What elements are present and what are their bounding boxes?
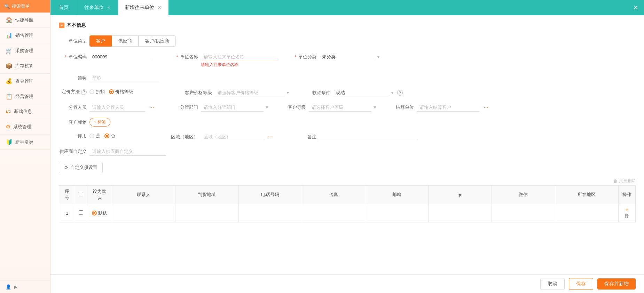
settlement-unit-input[interactable] <box>417 103 479 112</box>
close-all-tabs[interactable]: ✕ <box>633 4 638 11</box>
customer-price-select-wrapper: ▼ <box>215 89 290 97</box>
sidebar-search-label: 搜索菜单 <box>12 3 30 9</box>
row-email-input[interactable] <box>369 211 425 216</box>
sidebar-item-operations[interactable]: 📋 经营管理 <box>0 89 50 104</box>
customer-level-arrow: ▼ <box>373 105 377 110</box>
radio-discount-circle <box>89 89 94 94</box>
unit-name-row: * 单位名称 <box>170 53 282 61</box>
department-label: 分管部门 <box>170 104 198 111</box>
section-basic-info: F 基本信息 <box>59 22 636 29</box>
row-delete-btn[interactable]: 🗑 <box>624 213 630 219</box>
customer-level-field: 客户等级 ▼ <box>271 103 379 112</box>
disabled-radio-yes[interactable]: 是 <box>89 133 100 139</box>
manager-input[interactable] <box>89 103 145 112</box>
unit-category-input[interactable] <box>319 53 375 61</box>
row-address-input[interactable] <box>179 211 235 216</box>
customer-price-input[interactable] <box>215 89 284 97</box>
row-add-btn[interactable]: + <box>625 207 628 213</box>
unit-code-input[interactable] <box>89 53 152 61</box>
custom-settings-label: 自定义项设置 <box>70 164 97 171</box>
pricing-radio-price-level[interactable]: 价格等级 <box>109 89 133 95</box>
save-new-button[interactable]: 保存并新增 <box>597 278 636 290</box>
sidebar-item-sales[interactable]: 📊 销售管理 <box>0 28 50 43</box>
tab-new-partner-label: 新增往来单位 <box>125 5 154 11</box>
unit-category-label: * 单位分类 <box>289 54 316 60</box>
row-default-label: 默认 <box>98 210 107 216</box>
finance-icon: 💰 <box>6 78 13 84</box>
row-contact-input[interactable] <box>116 211 172 216</box>
supplier-custom-input[interactable] <box>89 147 166 156</box>
pricing-radio-group: 折扣 价格等级 <box>89 89 133 95</box>
unit-category-arrow: ▼ <box>376 55 380 59</box>
inventory-icon: 📦 <box>6 63 13 69</box>
row-region-input[interactable] <box>559 211 615 216</box>
unit-type-supplier-btn[interactable]: 供应商 <box>112 35 139 47</box>
cancel-button[interactable]: 取消 <box>540 278 565 290</box>
unit-type-label: 单位类型 <box>59 38 87 44</box>
sidebar: 🔍 搜索菜单 🏠 快捷导航 📊 销售管理 🛒 采购管理 📦 库存核算 💰 资金管… <box>0 0 50 293</box>
tab-new-partner[interactable]: 新增往来单位 ✕ <box>118 0 168 15</box>
sidebar-item-purchase[interactable]: 🛒 采购管理 <box>0 43 50 58</box>
pricing-radio-discount[interactable]: 折扣 <box>89 89 105 95</box>
manager-field: 分管人员 ··· <box>59 103 163 112</box>
region-input[interactable] <box>201 133 264 141</box>
region-ellipsis-btn[interactable]: ··· <box>266 134 274 140</box>
sidebar-item-inventory[interactable]: 📦 库存核算 <box>0 58 50 74</box>
tab-new-partner-close[interactable]: ✕ <box>158 5 161 10</box>
sidebar-item-finance[interactable]: 💰 资金管理 <box>0 74 50 89</box>
payment-terms-input[interactable] <box>333 89 389 97</box>
row-qq-input[interactable] <box>432 211 488 216</box>
short-name-field: 简称 <box>59 74 163 82</box>
department-input[interactable] <box>201 103 264 112</box>
basic-icon: 🗂 <box>6 108 11 115</box>
radio-yes-label: 是 <box>96 133 100 139</box>
sidebar-item-guide[interactable]: 🔰 新手引导 <box>0 135 50 150</box>
tab-partners[interactable]: 往来单位 ✕ <box>77 0 118 15</box>
unit-name-error: 请输入往来单位名称 <box>201 62 282 68</box>
contact-table: 序号 设为默认 联系人 到货地址 电话号码 传真 邮箱 qq 微信 所在地区 操… <box>59 185 636 222</box>
short-name-label: 简称 <box>59 75 87 81</box>
unit-type-field: 单位类型 客户 供应商 客户/供应商 <box>59 35 636 47</box>
form-content: F 基本信息 单位类型 客户 供应商 客户/供应商 * 单位编码 <box>50 15 644 274</box>
row-wechat-input[interactable] <box>495 211 551 216</box>
customer-level-input[interactable] <box>309 103 371 112</box>
short-name-input[interactable] <box>89 74 159 82</box>
save-button[interactable]: 保存 <box>569 278 593 290</box>
sidebar-item-basic[interactable]: 🗂 基础信息 <box>0 104 50 119</box>
unit-type-both-btn[interactable]: 客户/供应商 <box>139 35 176 47</box>
remark-field: 备注 <box>282 133 636 141</box>
table-row: 1 默认 <box>59 204 636 222</box>
sidebar-item-quick-nav[interactable]: 🏠 快捷导航 <box>0 13 50 28</box>
unit-category-select-wrapper[interactable]: ▼ <box>319 53 380 61</box>
settlement-unit-ellipsis-btn[interactable]: ··· <box>482 104 489 111</box>
col-operations: 操作 <box>618 186 635 204</box>
row-contact <box>112 204 175 222</box>
unit-type-customer-btn[interactable]: 客户 <box>89 35 112 47</box>
tab-partners-close[interactable]: ✕ <box>107 5 111 10</box>
department-select-wrapper: ▼ <box>201 103 269 112</box>
main-area: 首页 往来单位 ✕ 新增往来单位 ✕ ✕ F 基本信息 单位类型 客户 供应商 … <box>50 0 644 293</box>
customer-price-field: 客户价格等级 ▼ <box>177 89 296 97</box>
col-address: 到货地址 <box>175 186 239 204</box>
row-default-radio[interactable]: 默认 <box>91 210 108 216</box>
sidebar-search[interactable]: 🔍 搜索菜单 <box>0 0 50 13</box>
section-title-text: 基本信息 <box>66 22 86 29</box>
tab-home[interactable]: 首页 <box>50 0 77 15</box>
sidebar-item-system[interactable]: ⚙ 系统管理 <box>0 119 50 135</box>
disabled-radio-no[interactable]: 否 <box>104 133 115 139</box>
manager-ellipsis-btn[interactable]: ··· <box>148 104 155 111</box>
row-fax-input[interactable] <box>306 211 362 216</box>
col-phone: 电话号码 <box>238 186 302 204</box>
pricing-help-icon[interactable]: ? <box>81 89 87 95</box>
row-phone-input[interactable] <box>242 211 298 216</box>
select-all-checkbox[interactable] <box>79 192 83 196</box>
payment-terms-help-icon[interactable]: ? <box>397 90 403 96</box>
add-tag-btn[interactable]: + 标签 <box>89 118 110 127</box>
row-checkbox-input[interactable] <box>79 210 83 215</box>
remark-input[interactable] <box>319 133 417 141</box>
section-icon: F <box>59 23 64 28</box>
custom-settings-btn[interactable]: ⚙ 自定义项设置 <box>59 162 103 173</box>
customer-level-label: 客户等级 <box>278 104 306 111</box>
required-star: * <box>65 54 66 59</box>
unit-name-input[interactable] <box>201 53 277 61</box>
